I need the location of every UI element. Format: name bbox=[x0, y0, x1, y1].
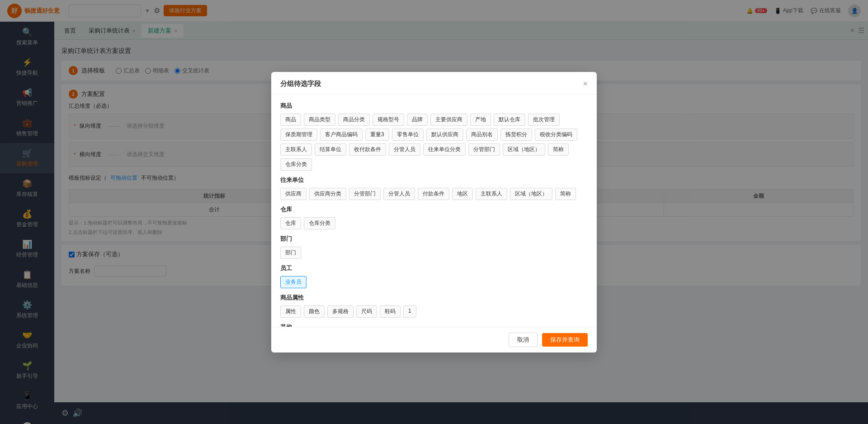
section-product: 商品 bbox=[280, 102, 588, 110]
tag-batch-mgmt[interactable]: 批次管理 bbox=[528, 114, 560, 126]
tag-spec-model[interactable]: 规格型号 bbox=[373, 114, 404, 126]
tag-product-alias[interactable]: 商品别名 bbox=[466, 129, 498, 141]
tag-supplier-category[interactable]: 供应商分类 bbox=[309, 188, 346, 200]
tag-warehouse-category[interactable]: 仓库分类 bbox=[280, 158, 312, 171]
dept-tags: 部门 bbox=[280, 247, 588, 259]
tag-size[interactable]: 尺码 bbox=[356, 305, 377, 318]
section-department: 部门 bbox=[280, 235, 588, 243]
employee-tags: 业务员 bbox=[280, 276, 588, 288]
tag-settlement-unit[interactable]: 结算单位 bbox=[315, 143, 346, 156]
tag-partner-dept[interactable]: 分管部门 bbox=[349, 188, 381, 200]
tag-multi-spec[interactable]: 多规格 bbox=[327, 305, 354, 318]
tag-supplier[interactable]: 供应商 bbox=[280, 188, 307, 200]
tag-partner-manager[interactable]: 分管人员 bbox=[383, 188, 415, 200]
section-employee: 员工 bbox=[280, 264, 588, 272]
tag-short-name[interactable]: 简称 bbox=[548, 143, 569, 156]
modal-body[interactable]: 商品 商品 商品类型 商品分类 规格型号 品牌 主要供应商 产地 默认仓库 批次… bbox=[271, 95, 597, 327]
tag-one[interactable]: 1 bbox=[403, 305, 416, 318]
product-attr-tags: 属性 颜色 多规格 尺码 鞋码 1 bbox=[280, 305, 588, 318]
field-selector-modal: 分组待选字段 × 商品 商品 商品类型 商品分类 规格型号 品牌 主要供应商 产… bbox=[271, 72, 597, 353]
tag-region[interactable]: 区域（地区） bbox=[503, 143, 545, 156]
tag-product-type[interactable]: 商品类型 bbox=[304, 114, 335, 126]
tag-attr[interactable]: 属性 bbox=[280, 305, 301, 318]
tag-area[interactable]: 地区 bbox=[452, 188, 473, 200]
section-other: 其他 bbox=[280, 323, 588, 327]
modal-overlay: 分组待选字段 × 商品 商品 商品类型 商品分类 规格型号 品牌 主要供应商 产… bbox=[0, 0, 868, 424]
tag-warehouse[interactable]: 仓库 bbox=[280, 217, 301, 229]
tag-partner-category[interactable]: 往来单位分类 bbox=[423, 143, 466, 156]
tag-default-supplier[interactable]: 默认供应商 bbox=[426, 129, 463, 141]
cancel-button[interactable]: 取消 bbox=[509, 333, 538, 347]
section-partner: 往来单位 bbox=[280, 176, 588, 184]
modal-header: 分组待选字段 × bbox=[271, 72, 597, 95]
tag-wh-category[interactable]: 仓库分类 bbox=[304, 217, 335, 229]
tag-partner-short[interactable]: 简称 bbox=[555, 188, 576, 200]
tag-product[interactable]: 商品 bbox=[280, 114, 301, 126]
partner-tags: 供应商 供应商分类 分管部门 分管人员 付款条件 地区 主联系人 区域（地区） … bbox=[280, 188, 588, 200]
tag-partner-region[interactable]: 区域（地区） bbox=[510, 188, 552, 200]
tag-origin[interactable]: 产地 bbox=[470, 114, 491, 126]
modal-title: 分组待选字段 bbox=[280, 80, 321, 88]
tag-default-warehouse[interactable]: 默认仓库 bbox=[494, 114, 525, 126]
tag-tax-code[interactable]: 税收分类编码 bbox=[535, 129, 577, 141]
tag-department[interactable]: 部门 bbox=[280, 247, 301, 259]
tag-partner-contact[interactable]: 主联系人 bbox=[476, 188, 507, 200]
tag-salesperson[interactable]: 业务员 bbox=[280, 276, 307, 288]
tag-payment-terms[interactable]: 收付款条件 bbox=[349, 143, 386, 156]
confirm-button[interactable]: 保存并查询 bbox=[542, 333, 588, 347]
modal-footer: 取消 保存并查询 bbox=[271, 327, 597, 353]
tag-main-contact[interactable]: 主联系人 bbox=[280, 143, 312, 156]
tag-color[interactable]: 颜色 bbox=[304, 305, 325, 318]
tag-retail-unit[interactable]: 零售单位 bbox=[392, 129, 424, 141]
section-warehouse: 仓库 bbox=[280, 205, 588, 214]
tag-payment-condition[interactable]: 付款条件 bbox=[418, 188, 449, 200]
tag-weight[interactable]: 重量3 bbox=[365, 129, 389, 141]
modal-close-button[interactable]: × bbox=[583, 79, 588, 89]
tag-shoe-size[interactable]: 鞋码 bbox=[380, 305, 401, 318]
section-product-attr: 商品属性 bbox=[280, 294, 588, 302]
tag-shelf-life[interactable]: 保质期管理 bbox=[280, 129, 317, 141]
warehouse-tags: 仓库 仓库分类 bbox=[280, 217, 588, 229]
tag-customer-code[interactable]: 客户商品编码 bbox=[320, 129, 363, 141]
tag-brand[interactable]: 品牌 bbox=[407, 114, 428, 126]
tag-manager[interactable]: 分管人员 bbox=[389, 143, 420, 156]
tag-main-supplier[interactable]: 主要供应商 bbox=[430, 114, 467, 126]
product-tags: 商品 商品类型 商品分类 规格型号 品牌 主要供应商 产地 默认仓库 批次管理 … bbox=[280, 114, 588, 171]
tag-product-category[interactable]: 商品分类 bbox=[338, 114, 370, 126]
tag-pick-points[interactable]: 拣货积分 bbox=[500, 129, 532, 141]
tag-dept[interactable]: 分管部门 bbox=[468, 143, 500, 156]
